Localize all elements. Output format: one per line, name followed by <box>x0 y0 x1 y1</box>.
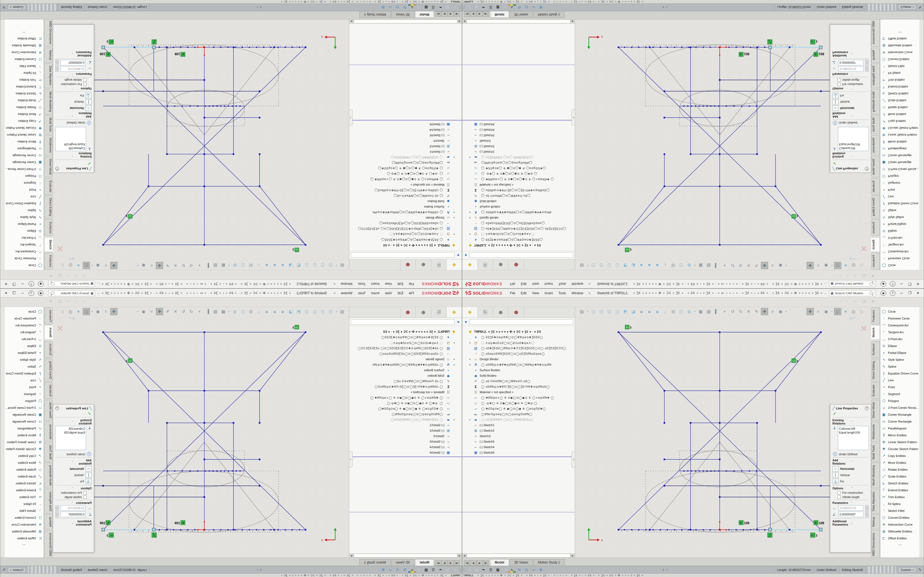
status-toolbar-icon[interactable]: ▤ <box>473 5 480 9</box>
tree-item[interactable]: ◯ ƨƧИN◎⊙✥ⱯՈᵅƷƐ◯⊙◯ƷƐᵅՈⱯ✥⊙◎ИNƨƧ◯ <box>462 384 575 389</box>
tree-item[interactable]: (-) Sketch2 <box>462 428 575 433</box>
tree-item[interactable]: Design Binder <box>462 215 575 221</box>
status-toolbar-icon[interactable]: ◷ <box>523 568 530 572</box>
commandmanager-tab[interactable]: Data Migration <box>871 489 880 514</box>
menu-item[interactable]: ◡ 3 Point Arc <box>5 235 44 242</box>
menu-item[interactable]: ⊤ Extend Entities <box>5 84 44 90</box>
horizontal-relation-button[interactable]: ─ <box>832 105 838 111</box>
help-icon[interactable]: ? <box>29 281 34 287</box>
tree-horizontal-scrollbar[interactable]: ◀ ▶ <box>462 19 575 24</box>
menu-item[interactable]: ↗ Move Entities <box>5 111 44 118</box>
commandmanager-tab[interactable]: Mesh Modeling <box>44 463 53 488</box>
document-tab[interactable]: 3D Views <box>391 11 414 18</box>
menu-item[interactable]: Tools <box>556 281 569 287</box>
expand-arrow-icon[interactable] <box>451 156 455 159</box>
commandmanager-tab[interactable]: Evaluate <box>44 178 53 195</box>
collapse-icon[interactable]: ⌃ <box>55 154 73 156</box>
status-toolbar-icon[interactable]: ⇥ <box>415 568 423 572</box>
menu-item[interactable]: File <box>406 281 417 287</box>
menu-item[interactable]: ◇ 3 Point Center Recta... <box>5 404 44 411</box>
tree-item[interactable]: (-) Sketch1 <box>349 422 462 428</box>
menu-item[interactable]: ◡ 3 Point Arc <box>880 235 919 242</box>
more-items-chevron-icon[interactable]: ⌄⌄ <box>5 543 44 546</box>
search-icon[interactable] <box>52 292 55 295</box>
tree-item[interactable]: ◯ ƨƧ∙Ո⁜ʀⱯΜ◯⊙◯ΜⱯʀ⁜Ո∙ƨƧ◯ <box>349 193 462 199</box>
length-value-field[interactable]: 10.88152731 <box>60 66 86 72</box>
commandmanager-tab[interactable]: Data Migration <box>44 489 53 514</box>
sketch-drawing[interactable]: x ▭ 3 ▭ 3 = 109 = 109 ╱ ▱ 3 <box>575 307 871 558</box>
minimize-button[interactable]: ─ <box>897 290 906 296</box>
menu-item[interactable]: ⊏ Offset Entities <box>880 35 919 42</box>
menu-item[interactable]: ✂ Trim Entities <box>5 493 44 500</box>
menu-item[interactable]: ◠ Centerpoint Arc <box>880 322 919 329</box>
panel-help-icon[interactable]: ? <box>865 167 869 171</box>
tab-nav-button[interactable]: ▶ <box>477 11 483 17</box>
search-input[interactable]: ▣ Search CAD Models ▾ <box>48 290 95 296</box>
tree-item[interactable]: Solid Bodies <box>349 373 462 378</box>
commandmanager-tab[interactable]: Direct Editing <box>871 359 880 381</box>
tree-horizontal-scrollbar[interactable]: ◀ ▶ <box>462 553 575 558</box>
status-toolbar-icon[interactable]: ✐ <box>465 568 473 572</box>
fix-relation-button[interactable]: ⚓ <box>86 479 92 484</box>
status-toolbar-icon[interactable]: ▦ <box>494 568 501 572</box>
relations-listbox[interactable]: Collinear108Equal length109 <box>55 127 86 151</box>
tree-filter-input[interactable] <box>469 253 573 258</box>
tree-item[interactable]: Surface Bodies <box>462 204 575 210</box>
menu-item[interactable]: Window <box>569 290 586 296</box>
collapse-icon[interactable]: ⌃ <box>55 87 73 90</box>
tree-item[interactable]: ◯ИNo⅁ϱ⊙ʀ◎◯⊙◯◎ʀ⊙ϱ⅁oИN◯ <box>462 160 575 166</box>
account-icon[interactable]: ☻ <box>880 290 886 296</box>
collapse-icon[interactable]: ⌃ <box>851 487 869 490</box>
commandmanager-tab[interactable]: Markup <box>44 514 53 529</box>
tree-item[interactable]: (-) Sketch1 <box>462 422 575 428</box>
document-tab[interactable]: 3D Views <box>510 559 533 566</box>
commandmanager-tab[interactable]: Surfaces <box>44 219 53 236</box>
menu-item[interactable]: View <box>529 290 542 296</box>
tree-filter-input[interactable] <box>469 319 573 325</box>
menu-item[interactable]: ▭ Corner Rectangle <box>880 152 919 159</box>
search-icon[interactable] <box>869 292 872 295</box>
commandmanager-tab[interactable]: Sheet Metal <box>44 156 53 177</box>
status-toolbar-icon[interactable]: ↻ <box>401 5 409 9</box>
commandmanager-tab[interactable]: Markup <box>871 514 880 529</box>
commandmanager-tab[interactable]: Markup <box>871 48 880 63</box>
ok-check-icon[interactable]: ✓ <box>55 411 91 416</box>
relation-item[interactable]: Collinear108 <box>839 427 867 430</box>
menu-item[interactable]: ╱ Line <box>880 193 919 200</box>
menu-item[interactable]: File <box>507 281 518 287</box>
status-toolbar-icon[interactable]: ⊾ <box>509 567 515 572</box>
restore-button[interactable]: ❐ <box>10 290 18 296</box>
menu-item[interactable]: File <box>507 290 518 296</box>
expand-arrow-icon[interactable] <box>469 233 473 236</box>
tree-item[interactable]: Surface Bodies <box>349 367 462 373</box>
status-toolbar-icon[interactable]: ◷ <box>394 568 401 572</box>
menu-item[interactable]: ◇ 3 Point Center Recta... <box>5 166 44 173</box>
menu-item[interactable]: ◇ Rotate Entities <box>880 104 919 111</box>
menu-item[interactable]: ▣ Center Rectangle <box>880 159 919 166</box>
menu-item[interactable]: ⊏ Offset Entities <box>5 535 44 542</box>
menu-item[interactable]: ⫴ Mirror Entities <box>880 139 919 145</box>
menu-item[interactable]: View <box>529 281 542 287</box>
menu-item[interactable]: ∿ Style Spline <box>5 356 44 363</box>
tree-item[interactable]: ◯ ƧƧƷƐ✥⊙ʀ◎ⱯΦ◯⊙◯ΦⱯ◎ʀ⊙✥ƷƐƧƧ◯ <box>462 237 575 243</box>
status-toolbar-icon[interactable]: ✒ <box>480 568 487 572</box>
tree-item[interactable]: ◯ ƨƧʀ◎ƨƧИNƷƐƧƧ◯⊙◯ƨƧƷƐИNƨƧ◎ʀƨ◯ <box>349 351 462 356</box>
minimize-button[interactable]: ─ <box>897 281 906 287</box>
menu-item[interactable]: ◟ Fit Spline <box>880 500 919 507</box>
restore-button[interactable]: ❐ <box>906 281 914 287</box>
pin-icon[interactable]: ➴ <box>588 291 591 295</box>
custom-dropdown[interactable]: Custom ▴ <box>8 5 26 10</box>
menu-item[interactable]: ╱ Line <box>5 377 44 384</box>
menu-item[interactable]: ↗ Copy Entities <box>880 452 919 459</box>
document-tab[interactable]: Model <box>415 11 434 18</box>
tree-item[interactable]: ◯ ƨƧʀ◎ƨƧИNƷƐƧƧ◯⊙◯ƨƧƷƐИNƨƧ◎ʀƨ◯ <box>462 221 575 226</box>
tree-item[interactable]: Sketch3 <box>462 138 575 144</box>
status-toolbar-icon[interactable]: ✐ <box>451 5 459 9</box>
tab-nav-button[interactable]: ▶ <box>441 11 447 17</box>
featuremanager-tab[interactable]: ☸ <box>400 259 415 270</box>
menu-item[interactable]: ◯ Circle <box>5 308 44 315</box>
commandmanager-tab[interactable]: Sketch <box>871 325 880 340</box>
commandmanager-tab[interactable]: Mold Tools <box>871 115 880 134</box>
sketch-drawing[interactable]: x ▭ 3 ▭ 3 = 109 = 109 ╱ ▱ 3 <box>53 19 349 270</box>
mdi-window-controls[interactable]: ▫ ▫ ─ ❏ ✕ <box>47 274 84 278</box>
